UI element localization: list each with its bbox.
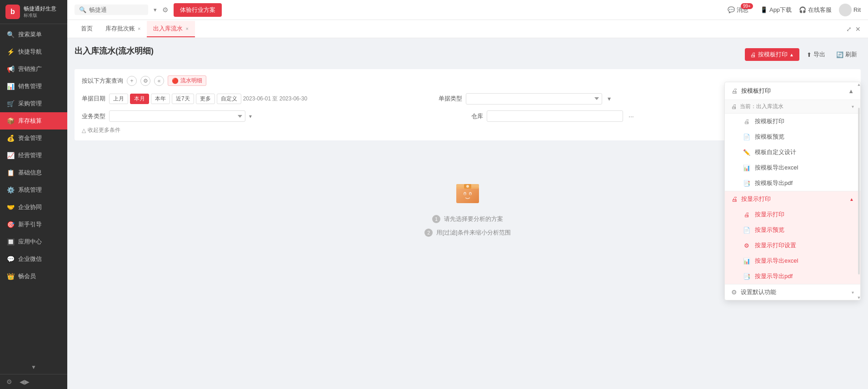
sidebar-item-label: 快捷导航 — [18, 48, 42, 56]
filter-tag-area: 🔴 流水明细 — [168, 75, 206, 86]
menu-item-template-print[interactable]: 🖨 按模板打印 — [725, 114, 860, 129]
warehouse-dots[interactable]: ··· — [629, 113, 634, 120]
printer-icon-1: 🖨 — [743, 118, 750, 125]
tab-flow[interactable]: 出入库流水 × — [147, 21, 195, 37]
sidebar-scroll-down[interactable]: ▼ — [29, 362, 38, 372]
warehouse-label: 仓库 — [471, 112, 483, 120]
date-btn-custom[interactable]: 自定义 — [217, 94, 241, 104]
tab-flow-close[interactable]: × — [185, 26, 188, 31]
sidebar-item-app-center[interactable]: 🔲 应用中心 — [0, 233, 67, 250]
main-area: 🔍 ▾ ⚙ 体验行业方案 💬 消息 99+ 📱 App下载 🎧 在线客服 Rit — [67, 0, 868, 389]
sidebar-item-system[interactable]: ⚙️ 系统管理 — [0, 181, 67, 199]
app-download-label: App下载 — [769, 6, 792, 14]
sidebar-item-purchase[interactable]: 🛒 采购管理 — [0, 95, 67, 112]
sidebar-item-operation[interactable]: 📈 经营管理 — [0, 147, 67, 164]
topbar: 🔍 ▾ ⚙ 体验行业方案 💬 消息 99+ 📱 App下载 🎧 在线客服 Rit — [67, 0, 868, 20]
close-window-button[interactable]: ✕ — [855, 25, 861, 33]
sidebar-item-guide[interactable]: 🎯 新手引导 — [0, 216, 67, 233]
avatar — [839, 4, 852, 16]
sidebar-collapse-button[interactable]: ◀▶ — [20, 378, 30, 385]
filter-collapse-button[interactable]: « — [154, 76, 164, 86]
svg-rect-0 — [456, 187, 479, 203]
menu-item-display-pdf[interactable]: 📑 按显示导出pdf — [725, 269, 860, 284]
menu-item-template-pdf[interactable]: 📑 按模板导出pdf — [725, 175, 860, 191]
logo-icon: b — [5, 5, 20, 19]
date-btn-this-month[interactable]: 本月 — [130, 94, 149, 104]
menu-item-display-print[interactable]: 🖨 按显示打印 — [725, 207, 860, 222]
sidebar-item-sales[interactable]: 📊 销售管理 — [0, 78, 67, 95]
tab-batch-account[interactable]: 库存批次账 × — [99, 21, 147, 37]
box-icon: 📦 — [6, 117, 15, 125]
tab-batch-close[interactable]: × — [138, 26, 140, 31]
sidebar-item-marketing[interactable]: 📢 营销推广 — [0, 60, 67, 78]
scroll-down-btn[interactable]: ▼ — [857, 295, 861, 300]
tab-home[interactable]: 首页 — [75, 21, 99, 37]
sidebar-item-search[interactable]: 🔍 搜索菜单 — [0, 26, 67, 43]
search-input[interactable] — [89, 6, 144, 13]
filter-date-field: 单据日期 上月 本月 本年 近7天 更多 自定义 2023-06-01 至 20… — [82, 94, 431, 104]
topbar-gear-icon[interactable]: ⚙ — [162, 6, 168, 14]
filter-settings-button[interactable]: ⚙ — [140, 76, 150, 86]
tabs-bar: 首页 库存批次账 × 出入库流水 × ⤢ ✕ — [67, 20, 868, 38]
topbar-dropdown-icon[interactable]: ▾ — [154, 6, 157, 13]
template-print-button[interactable]: 🖨 按模板打印 ▲ — [745, 48, 799, 61]
date-range-display: 2023-06-01 至 2023-06-30 — [243, 95, 307, 103]
menu-item-display-settings[interactable]: ⚙ 按显示打印设置 — [725, 238, 860, 253]
filter-tag-item[interactable]: 🔴 流水明细 — [168, 75, 206, 86]
menu-item-display-excel[interactable]: 📊 按显示导出excel — [725, 253, 860, 269]
dropdown-up-arrow[interactable]: ▲ — [848, 88, 854, 95]
preview-icon-2: 📄 — [743, 226, 750, 234]
user-avatar-area[interactable]: Rit — [839, 4, 861, 16]
sidebar-item-corp[interactable]: 🤝 企业协同 — [0, 199, 67, 216]
message-icon: 💬 — [728, 6, 735, 13]
date-btn-7days[interactable]: 近7天 — [172, 94, 194, 104]
sidebar-item-basic[interactable]: 📋 基础信息 — [0, 164, 67, 181]
topbar-search-box[interactable]: 🔍 — [75, 5, 148, 15]
sidebar-item-vip[interactable]: 👑 畅会员 — [0, 268, 67, 285]
date-btn-more[interactable]: 更多 — [196, 94, 215, 104]
topbar-right: 💬 消息 99+ 📱 App下载 🎧 在线客服 Rit — [728, 4, 861, 16]
money-icon: 💰 — [6, 134, 15, 142]
industry-btn[interactable]: 体验行业方案 — [174, 3, 222, 17]
tab-batch-label: 库存批次账 — [105, 25, 135, 33]
refresh-button[interactable]: 🔄 刷新 — [833, 49, 861, 60]
biz-type-select[interactable] — [109, 110, 245, 122]
scroll-up-btn[interactable]: ▲ — [857, 82, 861, 87]
set-default-section-header[interactable]: ⚙ 设置默认功能 ▾ — [725, 284, 860, 300]
warehouse-input[interactable] — [487, 110, 623, 122]
sidebar-settings-button[interactable]: ⚙ — [6, 378, 12, 385]
app-logo: b 畅捷通好生意 标准版 — [0, 0, 67, 24]
app-download-btn[interactable]: 📱 App下载 — [760, 6, 792, 14]
menu-item-template-excel[interactable]: 📊 按模板导出excel — [725, 160, 860, 175]
export-button[interactable]: ⬆ 导出 — [803, 49, 829, 60]
message-btn[interactable]: 💬 消息 99+ — [728, 6, 748, 14]
printer-icon: 🖨 — [750, 51, 756, 58]
printer-icon-section2: 🖨 — [731, 195, 738, 203]
menu-item-template-custom[interactable]: ✏️ 模板自定义设计 — [725, 145, 860, 160]
dropdown-current: 🖨 当前：出入库流水 ▾ — [725, 100, 860, 114]
sidebar-item-label: 应用中心 — [18, 238, 42, 246]
search-icon: 🔍 — [6, 30, 15, 39]
wechat-icon: 💬 — [6, 255, 15, 263]
type-select[interactable] — [466, 93, 602, 105]
online-service-btn[interactable]: 🎧 在线客服 — [799, 6, 832, 14]
menu-item-display-preview[interactable]: 📄 按显示预览 — [725, 222, 860, 238]
online-service-label: 在线客服 — [808, 6, 832, 14]
section2-up-arrow: ▲ — [849, 197, 854, 202]
tab-home-label: 首页 — [81, 25, 93, 33]
date-btn-this-year[interactable]: 本年 — [151, 94, 170, 104]
tab-flow-label: 出入库流水 — [153, 25, 183, 33]
sidebar-item-quick-nav[interactable]: ⚡ 快捷导航 — [0, 43, 67, 60]
chart-icon: 📊 — [6, 82, 15, 90]
dropdown-header: 🖨 按模板打印 ▲ — [725, 82, 860, 100]
sidebar-item-finance[interactable]: 💰 资金管理 — [0, 130, 67, 147]
date-btn-last-month[interactable]: 上月 — [109, 94, 128, 104]
sidebar-item-label: 经营管理 — [18, 151, 42, 160]
sidebar-item-wechat[interactable]: 💬 企业微信 — [0, 250, 67, 268]
menu-item-template-preview[interactable]: 📄 按模板预览 — [725, 129, 860, 145]
display-print-section-header[interactable]: 🖨 按显示打印 ▲ — [725, 191, 860, 207]
current-label: 当前：出入库流水 — [740, 103, 783, 110]
filter-add-button[interactable]: + — [127, 76, 137, 86]
sidebar-item-inventory[interactable]: 📦 库存核算 — [0, 112, 67, 130]
maximize-button[interactable]: ⤢ — [846, 25, 852, 33]
